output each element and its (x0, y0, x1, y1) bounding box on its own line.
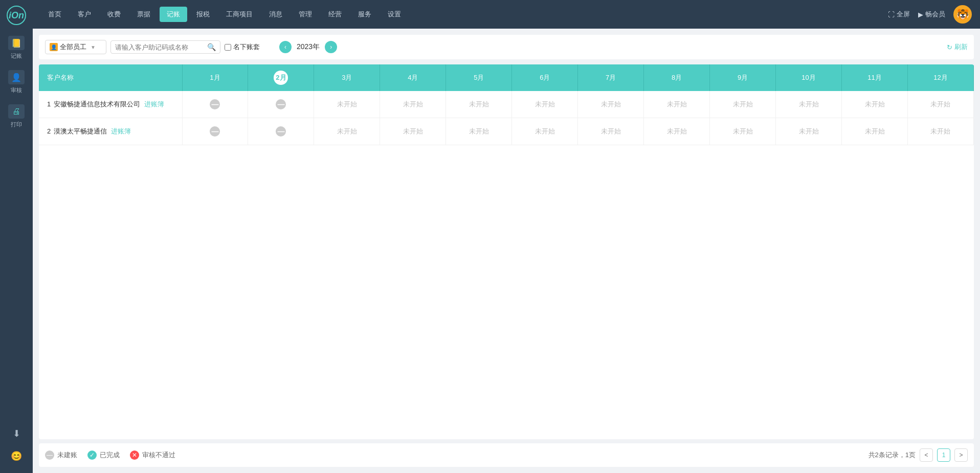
status-dash-icon: — (210, 99, 220, 109)
cell-sep: 未开始 (710, 118, 776, 145)
cell-jun: 未开始 (512, 118, 578, 145)
nav-customer[interactable]: 客户 (71, 7, 98, 22)
rejected-icon: ✕ (130, 451, 139, 460)
nav-home[interactable]: 首页 (41, 7, 69, 22)
nav-invoice[interactable]: 票据 (130, 7, 158, 22)
data-table: 客户名称 1月 2月 3月 4月 5月 6月 7月 8月 9月 10月 11月 (39, 64, 974, 145)
cell-apr: 未开始 (380, 91, 446, 118)
nav-right: ⛶ 全屏 ▶ 畅会员 🐯 (888, 5, 972, 24)
nav-tax[interactable]: 报税 (189, 7, 217, 22)
avatar[interactable]: 🐯 (953, 5, 972, 24)
sidebar: iOn 📒 记账 👤 审核 🖨 打印 ⬇ 😊 (0, 0, 33, 473)
table-header-row: 客户名称 1月 2月 3月 4月 5月 6月 7月 8月 9月 10月 11月 (39, 64, 974, 91)
top-nav: 首页 客户 收费 票据 记账 报税 工商项目 消息 管理 经营 服务 设置 ⛶ … (33, 0, 980, 29)
cell-feb: — (248, 91, 314, 118)
search-input[interactable] (115, 43, 207, 51)
status-not-started: 未开始 (667, 127, 687, 135)
footer: — 未建账 ✓ 已完成 ✕ 审核不通过 共2条记录，1页 < 1 > (39, 443, 974, 467)
row-num: 2 (47, 127, 51, 135)
completed-icon: ✓ (87, 451, 97, 460)
status-not-started: 未开始 (535, 127, 555, 135)
cell-may: 未开始 (446, 91, 512, 118)
refresh-label: 刷新 (954, 42, 968, 52)
legend-rejected: ✕ 审核不通过 (130, 451, 175, 460)
cell-jan: — (182, 118, 248, 145)
download-icon: ⬇ (13, 428, 20, 439)
col-header-jul: 7月 (578, 64, 644, 91)
cell-jun: 未开始 (512, 91, 578, 118)
status-not-started: 未开始 (733, 100, 753, 108)
status-not-started: 未开始 (337, 127, 357, 135)
sidebar-item-print[interactable]: 🖨 打印 (0, 99, 33, 133)
cell-jul: 未开始 (578, 91, 644, 118)
employee-select[interactable]: 👤 全部员工 ▼ (45, 40, 106, 54)
employee-select-text: 全部员工 (60, 42, 86, 52)
enter-link-button[interactable]: 进账簿 (111, 127, 131, 135)
fullscreen-icon: ⛶ (888, 11, 895, 18)
cell-mar: 未开始 (314, 91, 380, 118)
cell-dec: 未开始 (907, 91, 973, 118)
status-not-started: 未开始 (930, 127, 950, 135)
nav-business[interactable]: 工商项目 (219, 7, 260, 22)
cell-name: 1安徽畅捷通信息技术有限公司进账簿 (39, 91, 182, 118)
table-row: 1安徽畅捷通信息技术有限公司进账簿——未开始未开始未开始未开始未开始未开始未开始… (39, 91, 974, 118)
sidebar-item-bookkeeping[interactable]: 📒 记账 (0, 31, 33, 65)
employee-icon: 👤 (50, 43, 58, 51)
status-not-started: 未开始 (799, 100, 819, 108)
page-next-button[interactable]: > (954, 448, 968, 462)
sidebar-item-support[interactable]: 😊 (0, 445, 33, 468)
sidebar-item-audit[interactable]: 👤 审核 (0, 65, 33, 99)
status-not-started: 未开始 (930, 100, 950, 108)
dropdown-arrow-icon: ▼ (91, 44, 96, 50)
not-built-icon: — (45, 451, 54, 460)
customer-name: 安徽畅捷通信息技术有限公司 (54, 100, 140, 108)
customer-name: 漠澳太平畅捷通信 (54, 127, 107, 135)
year-next-button[interactable]: › (325, 41, 337, 53)
table-container: 客户名称 1月 2月 3月 4月 5月 6月 7月 8月 9月 10月 11月 (39, 64, 974, 439)
status-not-started: 未开始 (601, 127, 621, 135)
refresh-icon: ↻ (947, 43, 952, 51)
status-not-started: 未开始 (469, 127, 489, 135)
status-not-started: 未开始 (601, 100, 621, 108)
cell-jul: 未开始 (578, 118, 644, 145)
status-not-started: 未开始 (337, 100, 357, 108)
sidebar-item-download[interactable]: ⬇ (0, 423, 33, 445)
nav-operation[interactable]: 经营 (321, 7, 349, 22)
status-dash-icon: — (276, 99, 286, 109)
status-dash-icon: — (276, 126, 286, 137)
sidebar-label-bookkeeping: 记账 (11, 52, 22, 60)
col-header-oct: 10月 (776, 64, 842, 91)
status-not-started: 未开始 (667, 100, 687, 108)
cell-nov: 未开始 (842, 118, 908, 145)
col-header-may: 5月 (446, 64, 512, 91)
status-not-started: 未开始 (469, 100, 489, 108)
nav-service[interactable]: 服务 (351, 7, 378, 22)
my-accounts-checkbox-wrap[interactable]: 名下账套 (225, 42, 260, 52)
enter-link-button[interactable]: 进账簿 (144, 100, 164, 108)
fullscreen-button[interactable]: ⛶ 全屏 (888, 10, 910, 19)
page-current-button[interactable]: 1 (937, 448, 950, 462)
nav-billing[interactable]: 收费 (100, 7, 128, 22)
my-accounts-checkbox[interactable] (225, 44, 231, 51)
main-content: 首页 客户 收费 票据 记账 报税 工商项目 消息 管理 经营 服务 设置 ⛶ … (33, 0, 980, 473)
nav-settings[interactable]: 设置 (381, 7, 408, 22)
cell-sep: 未开始 (710, 91, 776, 118)
nav-items: 首页 客户 收费 票据 记账 报税 工商项目 消息 管理 经营 服务 设置 (41, 7, 888, 22)
nav-message[interactable]: 消息 (262, 7, 289, 22)
rejected-label: 审核不通过 (142, 451, 175, 460)
toolbar: 👤 全部员工 ▼ 🔍 名下账套 ‹ 2023年 › ↻ 刷新 (39, 35, 974, 59)
col-header-name: 客户名称 (39, 64, 182, 91)
col-header-sep: 9月 (710, 64, 776, 91)
member-button[interactable]: ▶ 畅会员 (918, 10, 945, 19)
page-prev-button[interactable]: < (920, 448, 933, 462)
cell-name: 2漠澳太平畅捷通信进账簿 (39, 118, 182, 145)
search-icon[interactable]: 🔍 (207, 43, 216, 51)
col-header-jan: 1月 (182, 64, 248, 91)
nav-manage[interactable]: 管理 (292, 7, 319, 22)
sidebar-bottom: ⬇ 😊 (0, 423, 33, 473)
year-prev-button[interactable]: ‹ (279, 41, 292, 53)
refresh-button[interactable]: ↻ 刷新 (947, 42, 968, 52)
nav-bookkeeping[interactable]: 记账 (160, 7, 187, 22)
col-header-aug: 8月 (644, 64, 710, 91)
cell-oct: 未开始 (776, 91, 842, 118)
